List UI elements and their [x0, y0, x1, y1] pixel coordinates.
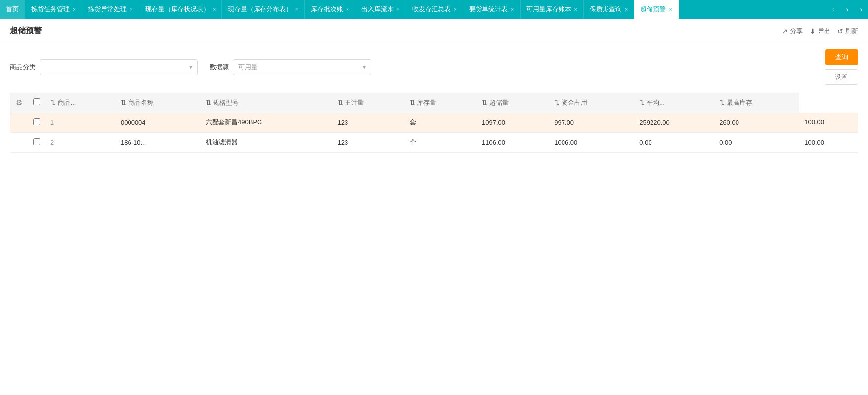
export-button[interactable]: ⬇ 导出: [810, 27, 830, 36]
table-row: 2 186-10... 机油滤清器 123 个 1106.00 1006.00 …: [10, 132, 858, 152]
nav-item-home[interactable]: 首页: [0, 0, 25, 19]
category-label: 商品分类: [10, 63, 36, 72]
refresh-button[interactable]: ↺ 刷新: [837, 27, 858, 36]
nav-prev-button[interactable]: ‹: [826, 0, 840, 19]
col-product-code-header[interactable]: ⇅ 商品...: [45, 93, 116, 113]
row-overstock: 997.00: [549, 113, 634, 132]
table-header-row: ⚙ ⇅ 商品... ⇅ 商品名称 ⇅ 规格型号: [10, 93, 858, 113]
row-product-code: 186-10...: [116, 132, 201, 152]
nav-item-batch[interactable]: 库存批次账 ×: [305, 0, 355, 19]
close-icon[interactable]: ×: [130, 6, 132, 12]
nav-item-inventory-dist[interactable]: 现存量（库存分布表） ×: [222, 0, 304, 19]
close-icon[interactable]: ×: [396, 6, 399, 12]
nav-item-inout[interactable]: 出入库流水 ×: [355, 0, 406, 19]
share-button[interactable]: ↗ 分享: [782, 27, 803, 36]
row-max-stock: 100.00: [799, 132, 858, 152]
row-avg: 0.00: [714, 132, 799, 152]
query-button[interactable]: 查询: [825, 49, 858, 65]
export-icon: ⬇: [810, 27, 816, 35]
col-product-name-header[interactable]: ⇅ 商品名称: [116, 93, 201, 113]
row-stock: 1097.00: [477, 113, 549, 132]
col-checkbox-header: [28, 93, 45, 113]
row-checkbox-cell: [28, 113, 45, 132]
row-settings: [10, 113, 28, 132]
row-capital: 259220.00: [634, 113, 714, 132]
settings-button[interactable]: 设置: [825, 69, 858, 85]
close-icon[interactable]: ×: [346, 6, 349, 12]
close-icon[interactable]: ×: [73, 6, 76, 12]
datasource-label: 数据源: [210, 63, 229, 72]
chevron-down-icon: ▾: [189, 64, 192, 71]
close-icon[interactable]: ×: [454, 6, 457, 12]
share-icon: ↗: [782, 27, 788, 35]
gear-icon[interactable]: ⚙: [16, 98, 22, 107]
row-product-code: 0000004: [116, 113, 201, 132]
col-max-stock-header[interactable]: ⇅ 最高库存: [714, 93, 799, 113]
col-settings: ⚙: [10, 93, 28, 113]
col-capital-header[interactable]: ⇅ 资金占用: [549, 93, 634, 113]
select-all-checkbox[interactable]: [33, 98, 40, 105]
nav-item-expiry[interactable]: 保质期查询 ×: [584, 0, 634, 19]
row-settings: [10, 132, 28, 152]
row-max-stock: 100.00: [799, 113, 858, 132]
filter-right-actions: 查询 设置: [825, 49, 858, 85]
nav-bar: 首页 拣货任务管理 × 拣货异常处理 × 现存量（库存状况表） × 现存量（库存…: [0, 0, 868, 19]
row-capital: 0.00: [634, 132, 714, 152]
close-icon[interactable]: ×: [511, 6, 514, 12]
nav-more-button[interactable]: ›: [854, 0, 868, 19]
nav-arrows: ‹ › ›: [826, 0, 868, 19]
refresh-icon: ↺: [837, 27, 843, 35]
filter-section: 商品分类 ▾ 数据源 可用量 ▾ 查询 设置: [0, 41, 868, 93]
chevron-down-icon: ▾: [363, 64, 366, 71]
nav-item-inventory-status[interactable]: 现存量（库存状况表） ×: [139, 0, 222, 19]
row-unit: 套: [405, 113, 477, 132]
nav-item-available[interactable]: 可用量库存账本 ×: [521, 0, 584, 19]
row-stock: 1106.00: [477, 132, 549, 152]
datasource-filter: 数据源 可用量 ▾: [210, 59, 371, 75]
row-product-name: 六配套新昌490BPG: [201, 113, 332, 132]
close-icon[interactable]: ×: [574, 6, 577, 12]
datasource-select[interactable]: 可用量 ▾: [233, 59, 371, 75]
row-checkbox-cell: [28, 132, 45, 152]
col-unit-header[interactable]: ⇅ 主计量: [333, 93, 405, 113]
table-container: ⚙ ⇅ 商品... ⇅ 商品名称 ⇅ 规格型号: [0, 93, 868, 153]
page-title: 超储预警: [10, 26, 42, 36]
col-stock-header[interactable]: ⇅ 库存量: [405, 93, 477, 113]
row-overstock: 1006.00: [549, 132, 634, 152]
col-overstock-header[interactable]: ⇅ 超储量: [477, 93, 549, 113]
row-checkbox[interactable]: [33, 118, 40, 125]
page-header: 超储预警 ↗ 分享 ⬇ 导出 ↺ 刷新: [0, 19, 868, 41]
category-select[interactable]: ▾: [40, 59, 198, 75]
close-icon[interactable]: ×: [213, 6, 216, 12]
row-unit: 个: [405, 132, 477, 152]
close-icon[interactable]: ×: [669, 6, 672, 12]
row-checkbox[interactable]: [33, 138, 40, 145]
page-content: 超储预警 ↗ 分享 ⬇ 导出 ↺ 刷新 商品分类 ▾ 数据源: [0, 19, 868, 395]
row-spec: 123: [333, 132, 405, 152]
row-spec: 123: [333, 113, 405, 132]
table-row: 1 0000004 六配套新昌490BPG 123 套 1097.00 997.…: [10, 113, 858, 132]
row-index: 1: [45, 113, 116, 132]
nav-item-task[interactable]: 拣货任务管理 ×: [25, 0, 82, 19]
nav-item-summary[interactable]: 收发存汇总表 ×: [406, 0, 463, 19]
col-avg-header[interactable]: ⇅ 平均...: [634, 93, 714, 113]
nav-item-requisition[interactable]: 要货单统计表 ×: [463, 0, 520, 19]
close-icon[interactable]: ×: [625, 6, 628, 12]
close-icon[interactable]: ×: [295, 6, 298, 12]
header-actions: ↗ 分享 ⬇ 导出 ↺ 刷新: [782, 27, 858, 36]
row-index: 2: [45, 132, 116, 152]
nav-next-button[interactable]: ›: [840, 0, 854, 19]
nav-item-abnormal[interactable]: 拣货异常处理 ×: [82, 0, 139, 19]
datasource-value: 可用量: [238, 63, 258, 72]
col-spec-header[interactable]: ⇅ 规格型号: [201, 93, 332, 113]
data-table: ⚙ ⇅ 商品... ⇅ 商品名称 ⇅ 规格型号: [10, 93, 858, 153]
row-avg: 260.00: [714, 113, 799, 132]
category-filter: 商品分类 ▾: [10, 59, 198, 75]
row-product-name: 机油滤清器: [201, 132, 332, 152]
nav-item-overstock[interactable]: 超储预警 ×: [634, 0, 678, 19]
